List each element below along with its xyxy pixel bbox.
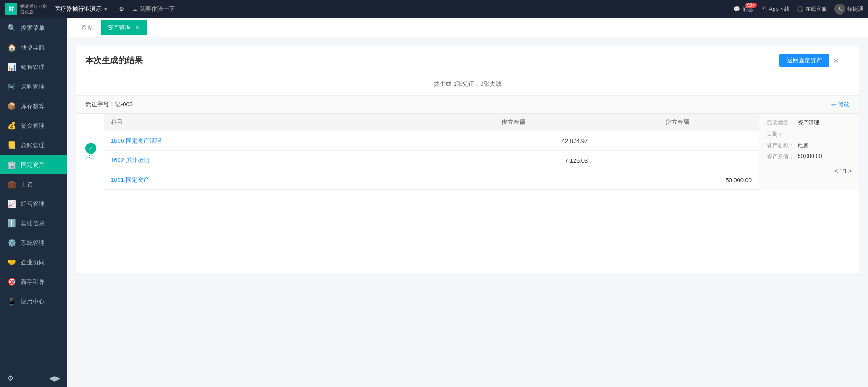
sidebar-item-cooperation[interactable]: 🤝企业协同	[0, 253, 67, 272]
sidebar-item-system[interactable]: ⚙️系统管理	[0, 233, 67, 253]
basic-info-icon: ℹ️	[7, 219, 16, 228]
date-row: 日期：	[767, 130, 852, 138]
service-icon: 🎧	[797, 6, 804, 12]
company-selector[interactable]: 医疗器械行业演示 ▼	[51, 3, 112, 15]
settings-bottom-icon[interactable]: ⚙	[7, 374, 14, 382]
sidebar-label-operations: 经营管理	[21, 200, 45, 208]
sidebar-label-capital: 资金管理	[21, 122, 45, 130]
experience-button[interactable]: ☁ 我要体验一下	[132, 5, 175, 13]
ledger-icon: 📒	[7, 141, 16, 149]
download-icon: 📱	[760, 6, 767, 12]
sidebar-item-basic-info[interactable]: ℹ️基础信息	[0, 213, 67, 233]
tab-label-home: 首页	[81, 24, 93, 32]
result-title-bar: 本次生成的结果 返回固定资产 ✕ ⛶	[76, 46, 859, 73]
payroll-icon: 💼	[7, 180, 16, 189]
edit-icon: ✏	[831, 101, 836, 108]
voucher-number: 凭证字号：记-003	[85, 100, 133, 109]
edit-button[interactable]: ✏ 修改	[831, 100, 850, 109]
return-button[interactable]: 返回固定资产	[779, 54, 829, 67]
sidebar-label-basic-info: 基础信息	[21, 219, 45, 228]
sidebar: 🔍搜索菜单🏠快捷导航📊销售管理🛒采购管理📦库存核算💰资金管理📒总账管理🏢固定资产…	[0, 18, 67, 387]
top-header: 财 畅捷通好业财 普及版 医疗器械行业演示 ▼ ⚙ ☁ 我要体验一下 💬 消息 …	[0, 0, 868, 18]
settings-icon[interactable]: ⚙	[115, 3, 128, 15]
sidebar-label-ledger: 总账管理	[21, 141, 45, 149]
cell-debit-0: 42,874.97	[432, 131, 595, 150]
message-badge: 99+	[745, 3, 757, 8]
logo-text: 畅捷通好业财 普及版	[20, 4, 47, 15]
message-button[interactable]: 💬 消息 99+	[734, 5, 753, 13]
inventory-icon: 📦	[7, 102, 16, 110]
tab-close-asset-mgmt[interactable]: ×	[134, 24, 141, 31]
voucher-header: 凭证字号：记-003 ✏ 修改	[76, 96, 859, 114]
sidebar-label-fixed-assets: 固定资产	[21, 161, 45, 169]
cell-credit-2: 50,000.00	[595, 170, 759, 189]
capital-icon: 💰	[7, 121, 16, 130]
sidebar-item-ledger[interactable]: 📒总账管理	[0, 135, 67, 155]
sidebar-label-system: 系统管理	[21, 239, 45, 247]
right-panel: 变动类型： 资产清理 日期： 资产名称： 电脑	[759, 114, 859, 190]
quick-nav-icon: 🏠	[7, 43, 16, 52]
cell-credit-1	[595, 151, 759, 170]
sidebar-item-purchase[interactable]: 🛒采购管理	[0, 77, 67, 96]
app-download-button[interactable]: 📱 App下载	[760, 5, 789, 13]
collapse-icon[interactable]: ◀▶	[49, 374, 60, 382]
original-value-row: 资产原值： 50,000.00	[767, 153, 852, 161]
result-panel: 本次生成的结果 返回固定资产 ✕ ⛶ 共生成 1张凭证，0张失败 凭证字号：记-…	[76, 46, 859, 273]
avatar: 人	[834, 4, 845, 15]
sidebar-item-search[interactable]: 🔍搜索菜单	[0, 18, 67, 38]
system-icon: ⚙️	[7, 238, 16, 247]
voucher-content: ✓ 成功 科目 借方金额 贷方金额	[76, 114, 859, 190]
tab-home[interactable]: 首页	[74, 20, 99, 35]
cloud-icon: ☁	[132, 6, 138, 13]
tab-asset-mgmt[interactable]: 资产管理×	[101, 20, 147, 35]
expand-icon[interactable]: ⛶	[843, 56, 850, 64]
asset-name-row: 资产名称： 电脑	[767, 142, 852, 149]
sidebar-bottom: ⚙ ◀▶	[0, 369, 67, 387]
status-indicator: ✓ 成功	[85, 143, 96, 161]
header-left: 财 畅捷通好业财 普及版 医疗器械行业演示 ▼ ⚙ ☁ 我要体验一下	[5, 3, 175, 15]
sidebar-item-quick-nav[interactable]: 🏠快捷导航	[0, 38, 67, 57]
sidebar-item-payroll[interactable]: 💼工资	[0, 174, 67, 194]
search-icon: 🔍	[7, 24, 16, 32]
page-title: 本次生成的结果	[85, 55, 143, 66]
col-debit: 借方金额	[432, 114, 595, 131]
sidebar-item-operations[interactable]: 📈经营管理	[0, 194, 67, 213]
logo-icon: 财	[5, 3, 17, 15]
result-summary: 共生成 1张凭证，0张失败	[76, 73, 859, 96]
purchase-icon: 🛒	[7, 82, 16, 91]
sidebar-item-guide[interactable]: 🎯新手引导	[0, 272, 67, 292]
sidebar-item-inventory[interactable]: 📦库存核算	[0, 96, 67, 116]
cell-subject-1[interactable]: 1602 累计折旧	[104, 151, 432, 170]
content-area: 首页资产管理× 本次生成的结果 返回固定资产 ✕ ⛶ 共生成 1张凭证，0张失败	[67, 18, 868, 387]
sidebar-item-sales[interactable]: 📊销售管理	[0, 57, 67, 77]
sales-icon: 📊	[7, 63, 16, 71]
sidebar-item-fixed-assets[interactable]: 🏢固定资产	[0, 155, 67, 174]
sidebar-item-app-center[interactable]: 📱应用中心	[0, 292, 67, 311]
change-type-row: 变动类型： 资产清理	[767, 119, 852, 127]
table-header: 科目 借方金额 贷方金额	[104, 114, 759, 131]
online-service-button[interactable]: 🎧 在线客服	[797, 5, 827, 13]
sidebar-label-sales: 销售管理	[21, 63, 45, 71]
success-icon: ✓	[85, 143, 96, 154]
close-icon[interactable]: ✕	[833, 56, 839, 65]
cell-subject-2[interactable]: 1601 固定资产	[104, 170, 432, 189]
main-layout: 🔍搜索菜单🏠快捷导航📊销售管理🛒采购管理📦库存核算💰资金管理📒总账管理🏢固定资产…	[0, 18, 868, 387]
sidebar-item-capital[interactable]: 💰资金管理	[0, 116, 67, 135]
cell-debit-2	[432, 170, 595, 189]
user-area[interactable]: 人 畅捷通	[834, 4, 863, 15]
table-row: 1602 累计折旧 7,125.03	[104, 151, 759, 170]
sidebar-scroll: 🔍搜索菜单🏠快捷导航📊销售管理🛒采购管理📦库存核算💰资金管理📒总账管理🏢固定资产…	[0, 18, 67, 369]
sidebar-label-search: 搜索菜单	[21, 24, 45, 32]
fixed-assets-icon: 🏢	[7, 160, 16, 169]
status-label: 成功	[86, 154, 96, 161]
header-right: 💬 消息 99+ 📱 App下载 🎧 在线客服 人 畅捷通	[734, 4, 863, 15]
sidebar-label-purchase: 采购管理	[21, 83, 45, 91]
table-row: 1606 固定资产清理 42,874.97	[104, 131, 759, 151]
cooperation-icon: 🤝	[7, 258, 16, 267]
sidebar-label-quick-nav: 快捷导航	[21, 44, 45, 52]
col-subject: 科目	[104, 114, 432, 131]
operations-icon: 📈	[7, 199, 16, 208]
cell-subject-0[interactable]: 1606 固定资产清理	[104, 131, 432, 150]
message-icon: 💬	[734, 6, 740, 12]
table-body: 1606 固定资产清理 42,874.97 1602 累计折旧 7,125.03…	[104, 131, 759, 190]
